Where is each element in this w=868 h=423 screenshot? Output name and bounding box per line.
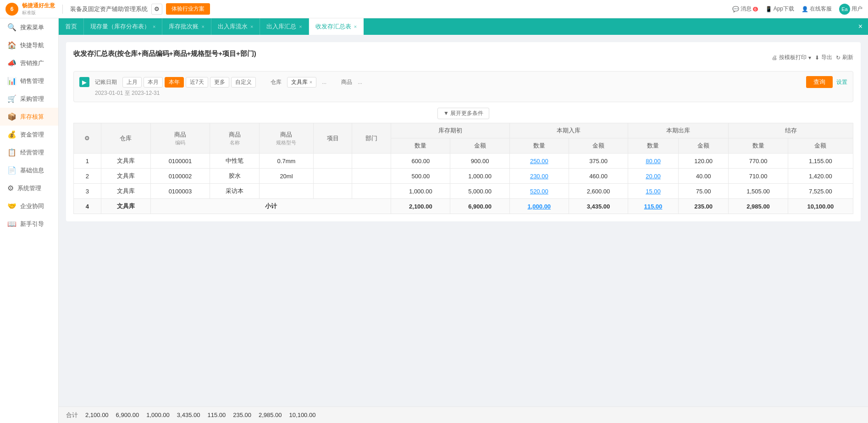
- date-btn-custom[interactable]: 自定义: [231, 77, 256, 88]
- filter-arrow[interactable]: ▶: [79, 77, 89, 87]
- col-warehouse-header: 仓库: [101, 123, 150, 154]
- tab-inventory-dist-close[interactable]: ×: [153, 24, 155, 29]
- row1-out-qty[interactable]: 80.00: [628, 154, 679, 169]
- sales-icon: 📊: [7, 77, 17, 85]
- sidebar-item-quick-nav[interactable]: 🏠 快捷导航: [0, 36, 58, 54]
- tab-batch[interactable]: 库存批次账 ×: [162, 18, 211, 35]
- expand-btn[interactable]: ▼ 展开更多条件: [437, 108, 489, 119]
- tab-flow[interactable]: 出入库流水 ×: [211, 18, 260, 35]
- tab-batch-close[interactable]: ×: [201, 24, 204, 29]
- enterprise-icon: 🤝: [7, 202, 17, 210]
- finance-icon: 💰: [7, 130, 17, 139]
- marketing-icon: 📣: [7, 59, 17, 67]
- filter-row-1: 记账日期 上月 本月 本年 近7天 更多 自定义 仓库 文具库 × ...: [95, 76, 847, 88]
- print-btn[interactable]: 🖨 按模板打印 ▾: [772, 54, 811, 61]
- message-label: 消息: [741, 5, 752, 13]
- header-right: 💬 消息 6 📱 App下载 👤 在线客服 Ea 用户: [732, 4, 862, 15]
- subtotal-in-amt: 3,435.00: [569, 199, 628, 214]
- tab-receive-summary-close[interactable]: ×: [354, 24, 357, 29]
- col-settings[interactable]: ⚙: [74, 123, 101, 154]
- divider: [62, 5, 63, 14]
- subtotal-in-qty[interactable]: 1,000.00: [509, 199, 569, 214]
- col-out-qty: 数量: [628, 138, 679, 154]
- row2-name: 胶水: [210, 169, 260, 184]
- tab-summary-inout-label: 出入库汇总: [266, 22, 296, 31]
- filter-content: 记账日期 上月 本月 本年 近7天 更多 自定义 仓库 文具库 × ...: [95, 76, 847, 97]
- col-code-header: 商品编码: [150, 123, 210, 154]
- refresh-btn[interactable]: ↻ 刷新: [836, 54, 853, 61]
- col-group-in: 本期入库: [509, 123, 628, 138]
- sidebar-item-system[interactable]: ⚙ 系统管理: [0, 179, 58, 197]
- sidebar-item-purchase[interactable]: 🛒 采购管理: [0, 90, 58, 108]
- row3-dept: [352, 184, 391, 199]
- row3-balance-amt: 7,525.00: [788, 184, 853, 199]
- sidebar-item-finance[interactable]: 💰 资金管理: [0, 126, 58, 143]
- row2-out-qty[interactable]: 20.00: [628, 169, 679, 184]
- header-left: 6 畅捷通好生意 标准版 装备及固定资产辅助管理系统 ⚙ 体验行业方案: [6, 2, 210, 16]
- row1-balance-qty: 770.00: [729, 154, 788, 169]
- row3-project: [313, 184, 352, 199]
- sidebar-label-inventory: 库存核算: [20, 113, 44, 121]
- query-btn[interactable]: 查询: [806, 76, 833, 88]
- sidebar-item-guide[interactable]: 📖 新手引导: [0, 215, 58, 233]
- tab-home[interactable]: 首页: [59, 18, 84, 35]
- date-btn-this-year[interactable]: 本年: [165, 77, 184, 88]
- sidebar-label-marketing: 营销推广: [20, 59, 44, 67]
- row3-warehouse: 文具库: [101, 184, 150, 199]
- row1-initial-qty: 600.00: [391, 154, 450, 169]
- message-btn[interactable]: 💬 消息 6: [732, 5, 758, 13]
- sidebar-item-marketing[interactable]: 📣 营销推广: [0, 54, 58, 72]
- row3-out-qty[interactable]: 15.00: [628, 184, 679, 199]
- sidebar-item-inventory[interactable]: 📦 库存核算: [0, 108, 58, 126]
- col-in-amt: 金额: [569, 138, 628, 154]
- export-btn[interactable]: ⬇ 导出: [815, 54, 832, 61]
- row2-in-qty[interactable]: 230.00: [509, 169, 569, 184]
- tab-summary-inout-close[interactable]: ×: [299, 24, 302, 29]
- tab-flow-close[interactable]: ×: [250, 24, 253, 29]
- row1-project: [313, 154, 352, 169]
- sidebar-item-search[interactable]: 🔍 搜索菜单: [0, 18, 58, 36]
- warehouse-more-btn[interactable]: ...: [322, 79, 326, 85]
- filter-settings-link[interactable]: 设置: [836, 78, 847, 86]
- sidebar-label-quick-nav: 快捷导航: [20, 41, 44, 49]
- tab-receive-summary[interactable]: 收发存汇总表 ×: [309, 18, 364, 35]
- tab-summary-inout[interactable]: 出入库汇总 ×: [260, 18, 309, 35]
- tab-bar-close[interactable]: ×: [853, 22, 868, 31]
- sidebar-item-sales[interactable]: 📊 销售管理: [0, 72, 58, 90]
- date-btn-more[interactable]: 更多: [210, 77, 229, 88]
- row1-spec: 0.7mm: [260, 154, 313, 169]
- subtotal-out-qty[interactable]: 115.00: [628, 199, 679, 214]
- message-badge: 6: [753, 7, 758, 11]
- warehouse-tag-close[interactable]: ×: [310, 79, 312, 85]
- sidebar-label-guide: 新手引导: [20, 220, 44, 228]
- app-download-label: App下载: [774, 5, 794, 13]
- goods-more-btn[interactable]: ...: [358, 79, 362, 85]
- sidebar-item-enterprise[interactable]: 🤝 企业协同: [0, 197, 58, 215]
- tab-inventory-dist[interactable]: 现存量（库存分布表） ×: [84, 18, 162, 35]
- date-btn-7days[interactable]: 近7天: [186, 77, 208, 88]
- row1-in-qty[interactable]: 250.00: [509, 154, 569, 169]
- total-label: 合计: [66, 411, 78, 419]
- sidebar-item-operation[interactable]: 📋 经营管理: [0, 143, 58, 161]
- row3-out-amt: 75.00: [678, 184, 729, 199]
- app-download-btn[interactable]: 📱 App下载: [765, 5, 794, 13]
- sidebar-item-basic[interactable]: 📄 基础信息: [0, 161, 58, 179]
- row2-project: [313, 169, 352, 184]
- experience-btn[interactable]: 体验行业方案: [166, 3, 210, 15]
- online-service-btn[interactable]: 👤 在线客服: [802, 5, 832, 13]
- row3-in-qty[interactable]: 520.00: [509, 184, 569, 199]
- date-btn-this-month[interactable]: 本月: [144, 77, 163, 88]
- guide-icon: 📖: [7, 220, 17, 228]
- col-balance-qty: 数量: [729, 138, 788, 154]
- date-btn-last-month[interactable]: 上月: [122, 77, 142, 88]
- export-icon: ⬇: [815, 55, 819, 61]
- subtotal-warehouse: 文具库: [101, 199, 150, 214]
- print-label: 按模板打印: [779, 54, 807, 61]
- row3-initial-amt: 5,000.00: [450, 184, 509, 199]
- total-initial-amt: 6,900.00: [116, 412, 139, 418]
- tab-home-label: 首页: [65, 22, 77, 31]
- settings-btn[interactable]: ⚙: [151, 4, 162, 15]
- user-btn[interactable]: Ea 用户: [839, 4, 862, 15]
- row2-balance-amt: 1,420.00: [788, 169, 853, 184]
- col-initial-amt: 金额: [450, 138, 509, 154]
